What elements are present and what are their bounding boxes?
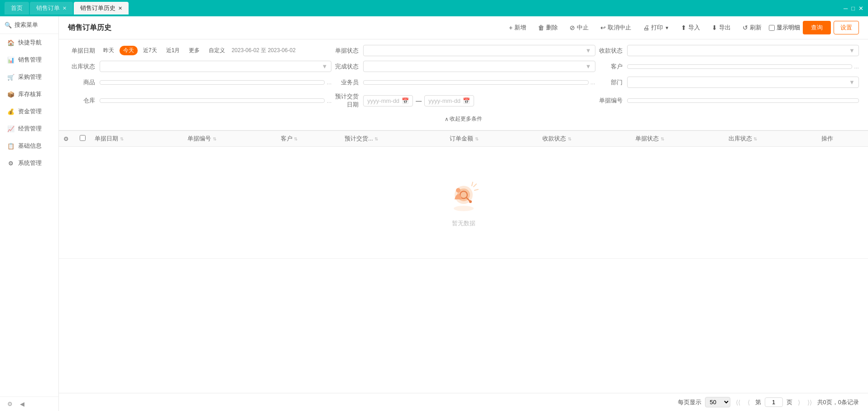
quicknav-icon: 🏠 <box>7 39 14 46</box>
order-status-select[interactable]: ▼ <box>363 45 595 56</box>
import-button[interactable]: ⬆ 导入 <box>676 22 705 34</box>
sort-number-icon: ⇅ <box>213 136 216 141</box>
collapse-filters-link[interactable]: ∧ 收起更多条件 <box>68 113 859 125</box>
warehouse-dots[interactable]: ... <box>326 97 331 104</box>
sidebar-collapse-icon[interactable]: ◀ <box>20 401 24 407</box>
maximize-btn[interactable]: □ <box>851 5 855 12</box>
tab-close-sales-order-history[interactable]: ✕ <box>118 5 122 11</box>
payment-status-select[interactable]: ▼ <box>627 45 859 56</box>
sidebar-item-quicknav[interactable]: 🏠 快捷导航 <box>0 34 58 51</box>
first-page-btn[interactable]: ⟨⟨ <box>734 398 742 407</box>
setting-button[interactable]: 设置 <box>834 21 859 34</box>
system-icon: ⚙ <box>7 160 14 167</box>
salesman-dots[interactable]: ... <box>590 79 595 86</box>
sidebar: 🔍 搜索菜单 🏠 快捷导航 📊 销售管理 🛒 采购管理 📦 库存核算 💰 资金管… <box>0 16 59 411</box>
order-number-input[interactable] <box>627 98 859 103</box>
svg-line-8 <box>475 189 478 190</box>
sidebar-item-basic-info[interactable]: 📋 基础信息 <box>0 137 58 155</box>
refresh-button[interactable]: ↺ 刷新 <box>738 22 766 34</box>
tab-close-sales-order[interactable]: ✕ <box>62 5 67 11</box>
calendar-icon-end[interactable]: 📅 <box>463 97 470 104</box>
date-tag-1month[interactable]: 近1月 <box>163 46 184 55</box>
finance-icon: 💰 <box>7 108 14 115</box>
date-range-display: 2023-06-02 至 2023-06-02 <box>231 47 295 54</box>
page-label-suffix: 页 <box>786 398 792 406</box>
sidebar-item-system[interactable]: ⚙ 系统管理 <box>0 155 58 172</box>
date-tag-today[interactable]: 今天 <box>120 46 138 55</box>
th-delivery-date[interactable]: 预计交货... ⇅ <box>340 131 445 147</box>
svg-line-9 <box>472 182 473 186</box>
filter-row-2: 出库状态 ▼ 完成状态 ▼ 客户 ... <box>68 61 859 72</box>
page-label-prefix: 第 <box>755 398 761 406</box>
show-detail-checkbox-group: 显示明细 <box>769 24 800 32</box>
sidebar-item-purchase[interactable]: 🛒 采购管理 <box>0 68 58 86</box>
th-number[interactable]: 单据编号 ⇅ <box>183 131 276 147</box>
select-all-checkbox[interactable] <box>80 135 86 141</box>
warehouse-input[interactable] <box>100 98 325 103</box>
show-detail-checkbox[interactable] <box>769 25 775 31</box>
sort-payment-icon: ⇅ <box>568 136 571 141</box>
sort-date-icon: ⇅ <box>120 136 124 141</box>
delivery-date-end[interactable]: yyyy-mm-dd 📅 <box>424 95 474 106</box>
sidebar-item-finance[interactable]: 💰 资金管理 <box>0 103 58 120</box>
next-page-btn[interactable]: ⟩ <box>796 398 802 407</box>
goods-input[interactable] <box>100 80 325 85</box>
delivery-date-start[interactable]: yyyy-mm-dd 📅 <box>363 95 413 106</box>
salesman-input[interactable] <box>363 80 588 85</box>
page-size-select[interactable]: 10 20 50 100 <box>705 397 730 407</box>
total-records-text: 共0页，0条记录 <box>817 398 859 406</box>
sidebar-item-sales[interactable]: 📊 销售管理 <box>0 51 58 68</box>
date-tag-custom[interactable]: 自定义 <box>205 46 229 55</box>
customer-input[interactable] <box>627 64 852 69</box>
complete-status-select[interactable]: ▼ <box>363 61 595 72</box>
refresh-icon: ↺ <box>743 24 748 31</box>
export-button[interactable]: ⬇ 导出 <box>707 22 735 34</box>
tab-sales-order[interactable]: 销售订单 ✕ <box>30 2 73 15</box>
last-page-btn[interactable]: ⟩⟩ <box>806 398 814 407</box>
import-icon: ⬆ <box>681 24 686 31</box>
minimize-btn[interactable]: ─ <box>844 5 848 12</box>
th-settings[interactable]: ⚙ <box>59 131 75 147</box>
th-payment-status[interactable]: 收款状态 ⇅ <box>538 131 631 147</box>
footer: 每页显示 10 20 50 100 ⟨⟨ ⟨ 第 页 ⟩ ⟩⟩ 共0页，0条记录 <box>59 393 868 411</box>
th-amount[interactable]: 订单金额 ⇅ <box>445 131 538 147</box>
prev-page-btn[interactable]: ⟨ <box>746 398 752 407</box>
empty-state-cell: 暂无数据 <box>59 147 868 259</box>
basicinfo-icon: 📋 <box>7 142 14 150</box>
sidebar-search[interactable]: 🔍 搜索菜单 <box>0 16 58 34</box>
delete-button[interactable]: 🗑 删除 <box>533 22 562 34</box>
th-outstock-status[interactable]: 出库状态 ⇅ <box>724 131 817 147</box>
date-tag-more[interactable]: 更多 <box>185 46 203 55</box>
goods-dots[interactable]: ... <box>326 79 331 86</box>
customer-dots[interactable]: ... <box>854 63 859 70</box>
cancel-stop-button[interactable]: ↩ 取消中止 <box>596 22 636 34</box>
department-select[interactable]: ▼ <box>627 77 859 88</box>
toolbar: + 新增 🗑 删除 ⊘ 中止 ↩ 取消中止 🖨 打印 <box>504 21 859 34</box>
settings-icon[interactable]: ⚙ <box>63 135 69 142</box>
th-date[interactable]: 单据日期 ⇅ <box>90 131 183 147</box>
date-tag-7days[interactable]: 近7天 <box>139 46 161 55</box>
tab-home[interactable]: 首页 <box>5 2 29 15</box>
sidebar-item-inventory[interactable]: 📦 库存核算 <box>0 86 58 103</box>
print-button[interactable]: 🖨 打印 ▼ <box>638 22 674 34</box>
page-number-input[interactable] <box>765 397 783 407</box>
query-button[interactable]: 查询 <box>803 21 831 34</box>
th-customer[interactable]: 客户 ⇅ <box>276 131 340 147</box>
sidebar-item-operations[interactable]: 📈 经营管理 <box>0 120 58 137</box>
outstock-status-select[interactable]: ▼ <box>100 61 331 72</box>
sort-delivery-icon: ⇅ <box>374 136 378 141</box>
order-status-dropdown-icon: ▼ <box>585 47 591 54</box>
date-tag-yesterday[interactable]: 昨天 <box>100 46 118 55</box>
outstock-dropdown-icon: ▼ <box>321 63 327 70</box>
add-button[interactable]: + 新增 <box>504 22 531 34</box>
main-layout: 🔍 搜索菜单 🏠 快捷导航 📊 销售管理 🛒 采购管理 📦 库存核算 💰 资金管… <box>0 16 868 411</box>
th-order-status[interactable]: 单据状态 ⇅ <box>631 131 724 147</box>
stop-button[interactable]: ⊘ 中止 <box>565 22 593 34</box>
data-table: ⚙ 单据日期 ⇅ 单据编号 ⇅ <box>59 131 868 259</box>
sidebar-settings-icon[interactable]: ⚙ <box>7 401 13 407</box>
calendar-icon-start[interactable]: 📅 <box>402 97 409 104</box>
th-checkbox[interactable] <box>75 131 90 147</box>
tab-sales-order-history[interactable]: 销售订单历史 ✕ <box>74 2 129 15</box>
stop-icon: ⊘ <box>570 24 575 31</box>
window-close-btn[interactable]: ✕ <box>858 5 863 12</box>
